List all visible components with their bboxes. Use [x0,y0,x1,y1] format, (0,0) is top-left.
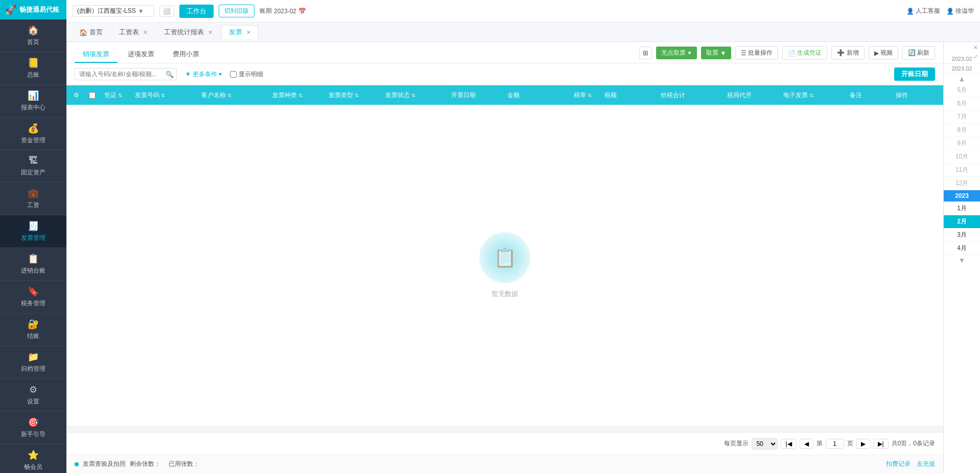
sidebar-item-guide[interactable]: 🎯 新手引导 [0,412,66,444]
gen-cert-label: 生成凭证 [797,49,822,57]
panel-close-button[interactable]: ✕ [973,44,978,51]
first-page-button[interactable]: |◀ [781,439,796,449]
horizontal-scrollbar[interactable] [66,426,943,432]
month-11[interactable]: 11月 [944,164,980,177]
close-tab-salary-icon[interactable]: ✕ [143,29,148,36]
sub-tabs: 销项发票 进项发票 费用小票 ⊞ 无点取票 ▼ 取票 ▼ [66,42,943,63]
no-fp-button[interactable]: 无点取票 ▼ [656,47,697,59]
next-page-button[interactable]: ▶ [856,439,870,449]
month-12[interactable]: 12月 [944,177,980,190]
th-checkbox[interactable] [86,92,101,99]
new-invoice-button[interactable]: ➕ 新增 [831,46,864,60]
batch-op-button[interactable]: ☰ 批量操作 [735,46,778,60]
th-efp[interactable]: 电子发票 ⇅ [780,91,847,100]
month-10[interactable]: 10月 [944,150,980,164]
gen-cert-button[interactable]: 📄 生成凭证 [782,46,827,60]
th-opendate[interactable]: 开票日期 [448,91,504,100]
scroll-down-arrow[interactable]: ▼ [959,255,966,265]
sidebar-item-home[interactable]: 🏠 首页 [0,19,66,52]
tab-home[interactable]: 🏠 首页 [72,25,110,39]
prev-page-button[interactable]: ◀ [800,439,813,449]
month-6[interactable]: 6月 [944,97,980,110]
per-page-select[interactable]: 50 100 200 [752,438,778,449]
sub-tab-sales-label: 销项发票 [83,50,109,58]
page-input[interactable] [826,439,844,449]
last-page-button[interactable]: ▶| [873,439,889,449]
table-header: ⚙ 凭证 ⇅ 发票号码 ⇅ 客户名称 ⇅ 发票种类 ⇅ [66,85,943,105]
th-fptype-label: 发票种类 [272,91,297,100]
sidebar-item-settings[interactable]: ⚙ 设置 [0,379,66,412]
refresh-button[interactable]: 🔄 刷新 [902,46,935,60]
workbench-button[interactable]: 工作台 [179,5,214,18]
th-fpstate[interactable]: 发票状态 ⇅ [382,91,449,100]
avatar: 👤 [946,8,954,15]
video-button[interactable]: ▶ 视频 [869,46,898,60]
month-3[interactable]: 3月 [944,229,980,242]
column-settings-button[interactable]: ⊞ [639,47,652,59]
empty-illustration [479,232,530,283]
year-ref-2[interactable]: 2023.02 [944,64,980,74]
tab-salary-table[interactable]: 工资表 ✕ [111,25,155,39]
customer-service[interactable]: 👤 人工客服 [906,7,940,15]
sidebar-item-label: 总账 [27,71,39,79]
th-cert[interactable]: 凭证 ⇅ [101,91,132,100]
switch-version-button[interactable]: 切到旧版 [219,5,254,17]
home-tab-icon: 🏠 [79,29,87,36]
user-profile[interactable]: 👤 徐溢华 [946,7,974,15]
tab-invoice[interactable]: 发票 ✕ [221,25,259,39]
close-tab-invoice-icon[interactable]: ✕ [246,29,251,36]
qu-fp-button[interactable]: 取票 ▼ [701,47,731,59]
month-8[interactable]: 8月 [944,124,980,137]
th-taxrate[interactable]: 税率 ⇅ [571,91,601,100]
sidebar-item-salary[interactable]: 💼 工资 [0,183,66,215]
th-fplx[interactable]: 发票类型 ⇅ [325,91,382,100]
recharge-link[interactable]: 去充值 [917,460,935,468]
th-amount[interactable]: 金额 [504,91,571,100]
sub-tab-expense[interactable]: 费用小票 [165,47,207,63]
sidebar-item-close[interactable]: 🔐 结账 [0,313,66,346]
add-record-link[interactable]: 扣费记录 [886,460,911,468]
pagination: 每页显示 50 100 200 |◀ ◀ 第 页 ▶ ▶| 共0页，0条记录 [724,438,935,449]
month-5[interactable]: 5月 [944,84,980,97]
status-dot [75,462,79,466]
month-7[interactable]: 7月 [944,110,980,124]
sidebar-item-assets[interactable]: 🏗 固定资产 [0,150,66,183]
sidebar-item-archive[interactable]: 📁 归档管理 [0,346,66,379]
sidebar-item-reports[interactable]: 📊 报表中心 [0,85,66,118]
batch-op-label: 批量操作 [748,49,773,57]
sub-tab-purchase[interactable]: 进项发票 [120,47,162,63]
th-customer[interactable]: 客户名称 ⇅ [198,91,270,100]
sidebar-item-sales[interactable]: 📋 进销台账 [0,248,66,281]
company-selector[interactable]: (勿删）江西服宝-LSS ▼ [73,5,154,17]
th-tax[interactable]: 税额 [601,91,658,100]
tab-salary-stats[interactable]: 工资统计报表 ✕ [156,25,220,39]
sidebar-item-member[interactable]: ⭐ 畅会员 [0,444,66,473]
check-label: 发票查验及拍照 [83,460,126,468]
sidebar-item-label: 进销台账 [21,266,45,275]
scroll-up-arrow[interactable]: ▲ [959,74,966,84]
panel-expand-button[interactable]: ⤢ [973,53,978,60]
month-2-active[interactable]: 2月 [944,215,980,229]
sidebar-item-ledger[interactable]: 📒 总账 [0,52,66,85]
th-fpnum[interactable]: 发票号码 ⇅ [132,91,198,100]
show-detail-checkbox[interactable] [230,71,237,78]
th-taxcode[interactable]: 税局代开 [724,91,780,100]
search-input[interactable] [75,68,177,80]
sub-tab-sales[interactable]: 销项发票 [75,47,118,63]
sidebar-item-capital[interactable]: 💰 资金管理 [0,118,66,150]
month-9[interactable]: 9月 [944,137,980,150]
th-op-label: 操作 [896,91,908,100]
th-taxamt[interactable]: 价税合计 [658,91,724,100]
select-all-checkbox[interactable] [89,92,96,99]
th-fptype[interactable]: 发票种类 ⇅ [269,91,325,100]
copy-button[interactable]: ⬜ [159,6,174,17]
sidebar-item-tax[interactable]: 🔖 税务管理 [0,281,66,313]
th-note[interactable]: 备注 [847,91,893,100]
month-4[interactable]: 4月 [944,242,980,255]
sidebar-item-invoice[interactable]: 🧾 发票管理 [0,215,66,248]
month-1[interactable]: 1月 [944,202,980,215]
more-filter-button[interactable]: ▼ 更多条件 ▾ [181,68,226,81]
th-settings[interactable]: ⚙ [71,92,86,99]
close-tab-stats-icon[interactable]: ✕ [208,29,213,36]
open-date-button[interactable]: 开账日期 [894,67,935,81]
